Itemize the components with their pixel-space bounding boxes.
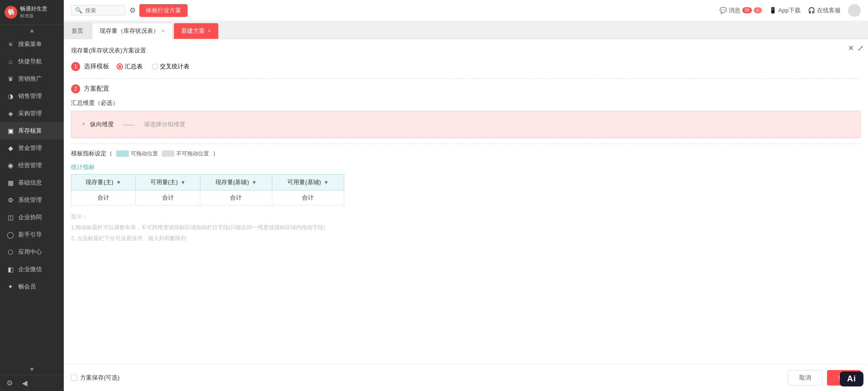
- guide-icon: ◯: [6, 231, 15, 239]
- service-icon: 🎧: [808, 7, 815, 14]
- cell-3: 合计: [272, 190, 344, 206]
- close-panel-icon[interactable]: ✕: [848, 44, 854, 52]
- marketing-icon: ♛: [6, 75, 15, 83]
- legend-fixed-box: [162, 150, 174, 157]
- search-input[interactable]: [85, 7, 122, 14]
- sidebar-item-label: 采购管理: [18, 109, 42, 118]
- user-avatar[interactable]: [848, 4, 861, 17]
- stats-table: 现存量(主) ▼ 可用量(主) ▼: [71, 174, 344, 206]
- sidebar-item-quick-nav[interactable]: ⌂ 快捷导航: [0, 53, 64, 70]
- sidebar-audio-icon[interactable]: ◀: [22, 379, 27, 387]
- sidebar-item-marketing[interactable]: ♛ 营销推广: [0, 70, 64, 87]
- topbar-search-box[interactable]: 🔍: [71, 5, 126, 15]
- sales-icon: ◑: [6, 92, 15, 100]
- legend-draggable-box: [116, 150, 129, 157]
- operation-icon: ◉: [6, 161, 15, 170]
- sidebar-item-basic-info[interactable]: ▦ 基础信息: [0, 174, 64, 191]
- col2-label: 现存量(基辅): [215, 178, 249, 186]
- message-badge: 99: [742, 7, 752, 13]
- stats-label: 统计指标: [71, 163, 861, 171]
- cell-2: 合计: [200, 190, 272, 206]
- sidebar-item-wechat[interactable]: ◧ 企业微信: [0, 261, 64, 278]
- cancel-button[interactable]: 取消: [788, 370, 822, 386]
- purchase-icon: ◈: [6, 109, 15, 118]
- content-controls: ✕ ⤢: [848, 44, 863, 52]
- expand-panel-icon[interactable]: ⤢: [858, 44, 863, 52]
- legend-fixed-label: 不可拖动位置: [176, 150, 209, 158]
- sidebar-item-system[interactable]: ⚙ 系统管理: [0, 191, 64, 209]
- system-icon: ⚙: [6, 196, 15, 204]
- sidebar-logo: 畅 畅通好生意 标准版: [0, 0, 64, 25]
- sidebar-item-label: 搜索菜单: [18, 40, 42, 48]
- template-cross[interactable]: 交叉统计表: [152, 62, 189, 71]
- sidebar-item-guide[interactable]: ◯ 新手引导: [0, 226, 64, 243]
- cell-1: 合计: [136, 190, 200, 206]
- app-center-icon: ⬡: [6, 248, 15, 256]
- sidebar-item-sales[interactable]: ◑ 销售管理: [0, 87, 64, 105]
- tabbar: 首页 现存量（库存状况表） × 新建方案 ×: [64, 21, 868, 39]
- section1-title: 选择模板: [84, 62, 109, 71]
- trial-btn[interactable]: 体验行业方案: [139, 4, 188, 17]
- app-download-icon: 📱: [769, 7, 776, 14]
- message-item[interactable]: 💬 消息 99 +: [720, 6, 762, 15]
- sidebar-settings-icon[interactable]: ⚙: [6, 379, 13, 387]
- table-row: 合计 合计 合计 合计: [71, 190, 344, 206]
- table-header-row: 现存量(主) ▼ 可用量(主) ▼: [71, 175, 344, 190]
- basic-info-icon: ▦: [6, 179, 15, 187]
- sidebar-item-label: 应用中心: [18, 248, 42, 256]
- sidebar-scroll-down[interactable]: ▼: [0, 364, 64, 375]
- sidebar-item-enterprise[interactable]: ◫ 企业协同: [0, 209, 64, 226]
- sidebar-item-label: 快捷导航: [18, 57, 42, 66]
- sidebar-item-app-center[interactable]: ⬡ 应用中心: [0, 243, 64, 261]
- sidebar-item-finance[interactable]: ◆ 资金管理: [0, 139, 64, 157]
- tab-inventory-close[interactable]: ×: [162, 28, 165, 34]
- sidebar-item-inventory[interactable]: ▣ 库存核算: [0, 122, 64, 139]
- radio-summary[interactable]: [117, 63, 123, 70]
- template-summary-label: 汇总表: [125, 62, 143, 71]
- sidebar-item-label: 系统管理: [18, 196, 42, 204]
- col3-arrow[interactable]: ▼: [324, 180, 329, 185]
- topbar-settings-icon[interactable]: ⚙: [129, 6, 136, 15]
- stats-table-section: 统计指标 现存量(主) ▼: [71, 163, 861, 206]
- sidebar-scroll-up[interactable]: ▲: [0, 25, 64, 36]
- message-badge-plus: +: [754, 7, 762, 13]
- col1-label: 可用量(主): [150, 178, 178, 186]
- quick-nav-icon: ⌂: [6, 57, 15, 66]
- tab-new-scheme[interactable]: 新建方案 ×: [174, 23, 219, 39]
- template-summary[interactable]: 汇总表: [117, 62, 143, 71]
- sidebar-item-operation[interactable]: ◉ 经营管理: [0, 157, 64, 174]
- tab-new-scheme-close[interactable]: ×: [208, 28, 211, 34]
- dimension-placeholder[interactable]: 请选择分组维度: [144, 120, 185, 129]
- save-option: 方案保存(可选): [71, 374, 120, 382]
- col1-arrow[interactable]: ▼: [181, 180, 186, 185]
- tab-inventory[interactable]: 现存量（库存状况表） ×: [92, 23, 173, 39]
- member-icon: ✦: [6, 283, 15, 291]
- section-template: 1 选择模板 汇总表 交叉统计表: [71, 62, 861, 71]
- sidebar-item-label: 资金管理: [18, 144, 42, 152]
- section-config: 2 方案配置 汇总维度（必选） * 纵向维度 —— 请选择分组维度: [71, 84, 861, 244]
- col0-arrow[interactable]: ▼: [116, 180, 121, 185]
- finance-icon: ◆: [6, 144, 15, 152]
- dimension-row: * 纵向维度 —— 请选择分组维度: [82, 120, 849, 129]
- app-download-item[interactable]: 📱 App下载: [769, 6, 801, 15]
- content-area: ✕ ⤢ 现存量(库存状况表)方案设置 1 选择模板 汇总表: [64, 39, 868, 364]
- online-service-item[interactable]: 🎧 在线客服: [808, 6, 841, 15]
- save-checkbox-label: 方案保存(可选): [80, 374, 120, 382]
- sidebar-item-search-menu[interactable]: ≡ 搜索菜单: [0, 36, 64, 53]
- sidebar-item-label: 营销推广: [18, 75, 42, 83]
- legend-fixed-item: 不可拖动位置: [162, 150, 209, 158]
- save-checkbox[interactable]: [71, 375, 77, 381]
- sidebar-item-purchase[interactable]: ◈ 采购管理: [0, 105, 64, 122]
- sidebar-item-member[interactable]: ✦ 畅会员: [0, 278, 64, 295]
- ai-badge[interactable]: Ai: [840, 371, 863, 386]
- col2-arrow[interactable]: ▼: [252, 180, 257, 185]
- tab-home[interactable]: 首页: [64, 23, 91, 39]
- sidebar-item-label: 经营管理: [18, 161, 42, 170]
- vertical-label: 纵向维度: [90, 120, 114, 129]
- message-icon: 💬: [720, 7, 727, 14]
- sidebar-nav: ≡ 搜索菜单 ⌂ 快捷导航 ♛ 营销推广 ◑ 销售管理 ◈ 采购管理 ▣ 库存核…: [0, 36, 64, 364]
- radio-cross[interactable]: [152, 63, 158, 70]
- page-title: 现存量(库存状况表)方案设置: [71, 46, 861, 55]
- enterprise-icon: ◫: [6, 213, 15, 221]
- section2-header: 2 方案配置: [71, 84, 861, 93]
